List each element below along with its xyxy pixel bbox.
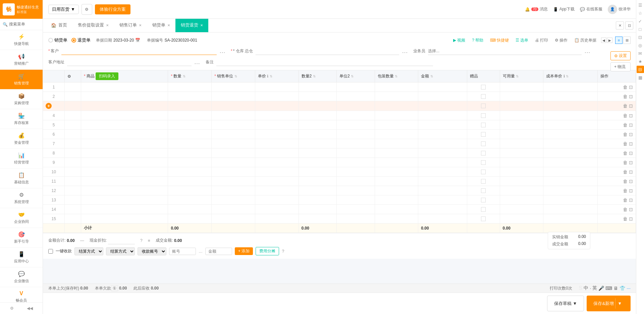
customer-input[interactable] <box>61 47 217 55</box>
gift-checkbox[interactable] <box>481 179 486 184</box>
add-row-btn[interactable]: + <box>46 103 52 109</box>
copy-btn[interactable]: ⊡ <box>629 94 633 99</box>
tab-close-sales-order[interactable]: ✕ <box>139 23 142 27</box>
delete-btn[interactable]: 🗑 <box>623 169 628 175</box>
delete-btn[interactable]: 🗑 <box>623 122 628 128</box>
row-product[interactable] <box>81 92 168 101</box>
gift-checkbox[interactable] <box>481 104 486 108</box>
tab-sales-return[interactable]: 销货退货 ✕ <box>175 19 208 32</box>
sidebar-item-basic-info[interactable]: 📋 基础信息 <box>0 169 43 188</box>
topbar-gear-button[interactable]: ⚙ <box>82 4 92 15</box>
video-btn[interactable]: ▶ 视频 <box>451 37 467 44</box>
user-profile[interactable]: 👤 徐泽华 <box>608 5 631 14</box>
account-more[interactable]: … <box>199 249 203 254</box>
logistics-side-btn[interactable]: + 物流 <box>610 62 631 71</box>
copy-btn[interactable]: ⊡ <box>629 84 633 90</box>
save-draft-button[interactable]: 保存草稿 ▼ <box>547 296 584 311</box>
copy-btn[interactable]: ⊡ <box>629 188 633 193</box>
gift-checkbox[interactable] <box>481 188 486 193</box>
copy-btn[interactable]: ⊡ <box>629 122 633 128</box>
right-panel-star-icon[interactable]: ☆ <box>637 9 644 17</box>
gift-checkbox[interactable] <box>481 94 486 99</box>
right-panel-table-icon[interactable]: ▦ <box>637 74 644 81</box>
shortcut-btn[interactable]: ⌨ 快捷键 <box>488 37 511 44</box>
row-unit2[interactable] <box>337 101 375 111</box>
sidebar-item-sales-mgmt[interactable]: 🛒 销售管理 <box>0 70 43 89</box>
delete-btn[interactable]: 🗑 <box>623 84 628 90</box>
delete-btn[interactable]: 🗑 <box>623 207 628 212</box>
row-price[interactable] <box>255 101 299 111</box>
copy-btn[interactable]: ⊡ <box>629 132 633 137</box>
row-unit[interactable] <box>212 101 255 111</box>
online-service-item[interactable]: 💬 在线客服 <box>580 6 602 12</box>
view-list-btn[interactable]: ≡ <box>615 37 623 44</box>
gift-checkbox[interactable] <box>481 113 486 118</box>
daily-select[interactable]: 日用百货 ▼ <box>48 5 79 14</box>
gift-checkbox[interactable] <box>481 132 486 137</box>
right-panel-mail-icon[interactable]: ✉ <box>637 50 644 57</box>
right-panel-filled-star-icon[interactable]: ★ <box>637 58 644 65</box>
sidebar-item-inventory[interactable]: 🏪 库存核算 <box>0 109 43 129</box>
sidebar-item-ops-mgmt[interactable]: 📊 经营管理 <box>0 149 43 169</box>
address-input[interactable] <box>67 58 192 66</box>
select-btn[interactable]: ☰ 选单 <box>514 37 530 44</box>
delete-btn[interactable]: 🗑 <box>623 141 628 146</box>
tab-close-sales-shipment[interactable]: ✕ <box>167 23 170 27</box>
gift-checkbox[interactable] <box>481 151 486 155</box>
tab-price-setup[interactable]: 售价提取设置 ✕ <box>72 19 114 32</box>
th-gear[interactable]: ⚙ <box>65 70 81 82</box>
scroll-right[interactable]: ▶ <box>607 38 612 43</box>
row-pkg[interactable] <box>375 101 418 111</box>
right-panel-square-icon[interactable]: □ <box>637 25 644 33</box>
copy-btn[interactable]: ⊡ <box>629 179 633 184</box>
gift-checkbox[interactable] <box>481 198 486 202</box>
copy-btn[interactable]: ⊡ <box>629 197 633 203</box>
copy-btn[interactable]: ⊡ <box>629 113 633 118</box>
tab-sales-order[interactable]: 销售订单 ✕ <box>114 19 147 32</box>
row-qty2[interactable] <box>299 101 337 111</box>
salesperson-input[interactable] <box>428 47 582 55</box>
sidebar-item-purchase-mgmt[interactable]: 📦 采购管理 <box>0 89 43 109</box>
customer-more[interactable]: … <box>219 48 225 55</box>
delete-btn[interactable]: 🗑 <box>623 94 628 99</box>
tab-expand[interactable]: ⊡ <box>625 21 633 29</box>
tab-sales-shipment[interactable]: 销货单 ✕ <box>147 19 175 32</box>
one-click-checkbox[interactable] <box>48 249 53 254</box>
gift-checkbox[interactable] <box>481 141 486 146</box>
right-panel-list-icon[interactable]: ☰ <box>637 1 644 9</box>
gift-checkbox[interactable] <box>481 216 486 221</box>
save-new-button[interactable]: 保存&新增 ▼ <box>587 296 631 311</box>
row-product[interactable] <box>81 82 168 92</box>
gift-checkbox[interactable] <box>481 207 486 212</box>
delete-btn[interactable]: 🗑 <box>623 113 628 118</box>
gift-checkbox[interactable] <box>481 123 486 127</box>
sidebar-item-fund-mgmt[interactable]: 💰 资金管理 <box>0 129 43 149</box>
settings-side-btn[interactable]: ⚙ 设置 <box>610 51 631 60</box>
copy-btn[interactable]: ⊡ <box>629 207 633 212</box>
copy-btn[interactable]: ⊡ <box>629 103 633 109</box>
view-grid-btn[interactable]: ⊞ <box>623 37 631 44</box>
row-amount[interactable] <box>418 101 467 111</box>
notification-item[interactable]: 🔔 70 消息 <box>525 6 548 12</box>
remarks-input[interactable] <box>216 58 433 66</box>
copy-btn[interactable]: ⊡ <box>629 216 633 222</box>
right-panel-circle-icon[interactable]: ◎ <box>637 42 644 49</box>
app-download-item[interactable]: 📱 App下载 <box>553 6 575 12</box>
copy-btn[interactable]: ⊡ <box>629 160 633 165</box>
delete-btn[interactable]: 🗑 <box>623 197 628 203</box>
scan-btn[interactable]: 扫码录入 <box>96 72 118 80</box>
delete-btn[interactable]: 🗑 <box>623 179 628 184</box>
sidebar-item-enterprise[interactable]: 🤝 企业协同 <box>0 208 43 228</box>
sidebar-search[interactable]: 🔍 搜索菜单 <box>0 19 43 30</box>
right-panel-minus-icon[interactable]: ⊟ <box>637 66 644 73</box>
save-new-chevron[interactable]: ▼ <box>615 298 624 309</box>
gift-checkbox[interactable] <box>481 85 486 89</box>
sidebar-item-quick-nav[interactable]: ⚡ 快捷导航 <box>0 30 43 50</box>
delete-btn[interactable]: 🗑 <box>623 103 628 109</box>
settings-icon[interactable]: ⚙ <box>10 306 14 311</box>
calendar-icon[interactable]: 📅 <box>135 38 140 43</box>
warehouse-more[interactable]: … <box>402 48 408 55</box>
radio-shipment[interactable]: 销货单 <box>48 37 67 43</box>
delete-btn[interactable]: 🗑 <box>623 132 628 137</box>
settlement-method-select[interactable]: 结算方式 <box>74 247 103 255</box>
